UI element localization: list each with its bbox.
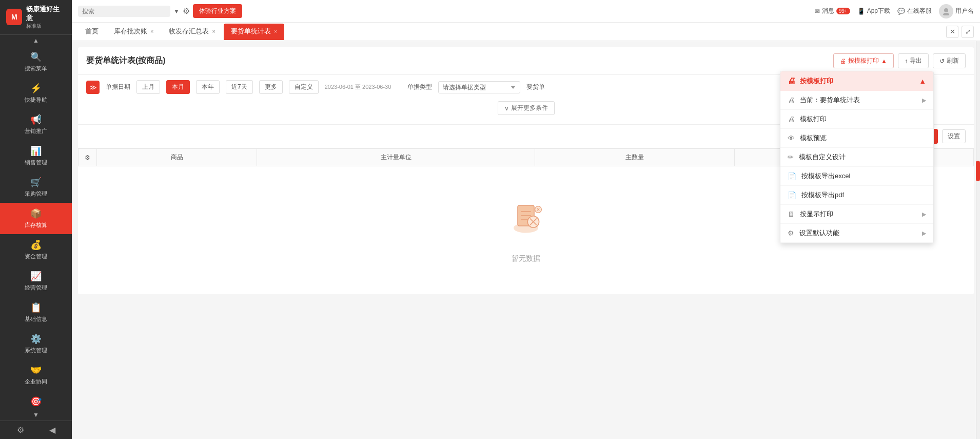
svg-point-0 [944, 8, 948, 12]
sidebar-nav: 🔍 搜索菜单 ⚡ 快捷导航 📢 营销推广 📊 销售管理 🛒 采购管理 📦 库存核… [0, 46, 72, 409]
dropdown-item-template-excel[interactable]: 📄 按模板导出excel [780, 167, 933, 186]
scrollbar-right[interactable] [976, 41, 980, 439]
print-btn[interactable]: 🖨 按模板打印 ▲ [833, 53, 894, 68]
tab-home[interactable]: 首页 [78, 24, 106, 40]
sidebar-label-finance: 资金管理 [25, 253, 47, 260]
sidebar-item-marketing[interactable]: 📢 营销推广 [0, 109, 72, 140]
dropdown-header[interactable]: 🖨 按模板打印 ▲ [780, 71, 933, 91]
sidebar-item-system[interactable]: ⚙️ 系统管理 [0, 328, 72, 359]
dropdown-header-label: 按模板打印 [800, 77, 833, 86]
svg-point-1 [943, 13, 949, 15]
sidebar-item-basic[interactable]: 📋 基础信息 [0, 297, 72, 328]
collab-icon: 🤝 [30, 365, 42, 376]
template-pdf-label: 按模板导出pdf [801, 190, 844, 200]
dropdown-item-template-pdf[interactable]: 📄 按模板导出pdf [780, 186, 933, 205]
trial-btn[interactable]: 体验行业方案 [193, 4, 242, 18]
sidebar-scroll-up[interactable]: ▲ [0, 35, 72, 46]
online-service-btn[interactable]: 💬 在线客服 [897, 7, 932, 15]
sidebar-item-collab[interactable]: 🤝 企业协同 [0, 359, 72, 391]
template-excel-icon: 📄 [788, 172, 796, 180]
basic-icon: 📋 [30, 302, 42, 313]
dropdown-current-item[interactable]: 🖨 当前：要货单统计表 ▶ [780, 91, 933, 110]
export-btn[interactable]: ↑ 导出 [898, 53, 929, 68]
breadcrumb-search-input[interactable] [78, 6, 170, 17]
quicknav-icon: ⚡ [30, 83, 42, 94]
date-btn-this-year[interactable]: 本年 [196, 80, 220, 94]
print-dropdown-menu: 🖨 按模板打印 ▲ 🖨 当前：要货单统计表 ▶ 🖨 模板打印 👁 模板预览 [780, 71, 934, 243]
sidebar-item-sales[interactable]: 📊 销售管理 [0, 140, 72, 171]
dropdown-print-icon: 🖨 [788, 77, 796, 86]
col-goods: 商品 [97, 149, 257, 166]
export-btn-label: 导出 [910, 56, 922, 65]
date-btn-custom[interactable]: 自定义 [289, 80, 319, 94]
sidebar-item-guide[interactable]: 🎯 新手引导 [0, 391, 72, 409]
expand-more-btn[interactable]: ∨ 展开更多条件 [498, 101, 555, 115]
sidebar-item-inventory[interactable]: 📦 库存核算 [0, 203, 72, 234]
template-pdf-icon: 📄 [788, 191, 796, 199]
sidebar-audio-btn[interactable]: ◀ [49, 425, 55, 435]
logo-main-text: 畅康通好生意 [26, 5, 66, 23]
date-btn-this-month[interactable]: 本月 [166, 80, 190, 94]
tab-close-requisition-stats[interactable]: × [274, 28, 277, 34]
sidebar-label-operation: 经营管理 [25, 284, 47, 292]
default-func-icon: ⚙ [788, 229, 794, 237]
service-icon: 💬 [897, 8, 905, 15]
sidebar-item-finance[interactable]: 💰 资金管理 [0, 234, 72, 265]
tab-label-requisition-stats: 要货单统计表 [231, 27, 271, 36]
tab-expand-btn[interactable]: ⤢ [962, 26, 974, 38]
search-icon: 🔍 [30, 51, 42, 63]
operation-icon: 📈 [30, 271, 42, 282]
guide-icon: 🎯 [30, 396, 42, 407]
page-title: 要货单统计表(按商品) [86, 55, 166, 66]
template-preview-label: 模板预览 [800, 133, 827, 143]
sidebar-settings-btn[interactable]: ⚙ [17, 425, 24, 435]
date-btn-7days[interactable]: 近7天 [226, 80, 253, 94]
template-print-label: 模板打印 [800, 114, 827, 124]
sidebar-item-quicknav[interactable]: ⚡ 快捷导航 [0, 78, 72, 109]
sidebar-logo: M 畅康通好生意 标准版 [0, 0, 72, 35]
messages-btn[interactable]: ✉ 消息 99+ [815, 7, 850, 15]
app-download-btn[interactable]: 📱 App下载 [857, 7, 890, 15]
dropdown-collapse-icon[interactable]: ▲ [919, 77, 926, 85]
col-settings[interactable]: ⚙ [79, 149, 97, 166]
user-avatar-area[interactable]: 用户名 [939, 4, 974, 18]
dropdown-default-func-group[interactable]: ⚙ 设置默认功能 ▶ [780, 224, 933, 243]
chevron-down-icon: ▼ [33, 411, 39, 418]
filter-expand-btn[interactable]: ≫ [86, 81, 100, 94]
display-print-chevron: ▶ [922, 211, 926, 218]
dropdown-display-print-group[interactable]: 🖥 按显示打印 ▶ [780, 205, 933, 224]
message-icon: ✉ [815, 8, 820, 15]
tab-close-inventory-batch[interactable]: × [150, 28, 153, 34]
tab-close-window-btn[interactable]: ✕ [946, 26, 958, 38]
dropdown-item-template-custom[interactable]: ✏ 模板自定义设计 [780, 148, 933, 167]
tab-collection-summary[interactable]: 收发存汇总表 × [162, 24, 222, 40]
tab-requisition-stats[interactable]: 要货单统计表 × [224, 24, 284, 40]
close-icon: ✕ [950, 28, 955, 35]
messages-label: 消息 [822, 7, 834, 15]
refresh-btn[interactable]: ↺ 刷新 [933, 53, 966, 68]
topbar-gear-icon[interactable]: ⚙ [183, 6, 190, 16]
app-icon: 📱 [857, 8, 865, 15]
sidebar-item-search[interactable]: 🔍 搜索菜单 [0, 46, 72, 78]
breadcrumb-dropdown-icon[interactable]: ▼ [173, 8, 180, 15]
type-filter-select[interactable]: 请选择单据类型 [438, 81, 520, 93]
finance-icon: 💰 [30, 239, 42, 251]
sidebar-scroll-down[interactable]: ▼ [0, 409, 72, 421]
date-btn-more[interactable]: 更多 [259, 80, 283, 94]
sidebar-item-operation[interactable]: 📈 经营管理 [0, 265, 72, 297]
sidebar-label-search: 搜索菜单 [25, 65, 47, 72]
print-chevron-up-icon: ▲ [881, 58, 887, 65]
print-btn-label: 按模板打印 [848, 56, 879, 65]
settings-btn[interactable]: 设置 [942, 129, 966, 143]
sidebar-bottom: ⚙ ◀ [0, 421, 72, 439]
dropdown-item-template-print[interactable]: 🖨 模板打印 [780, 110, 933, 129]
tab-close-collection-summary[interactable]: × [212, 28, 215, 34]
sidebar-label-marketing: 营销推广 [25, 127, 47, 135]
dropdown-item-template-preview[interactable]: 👁 模板预览 [780, 129, 933, 148]
tab-controls: ✕ ⤢ [946, 26, 974, 38]
tab-inventory-batch[interactable]: 库存批次账 × [107, 24, 161, 40]
avatar [939, 4, 953, 18]
date-btn-last-month[interactable]: 上月 [136, 80, 160, 94]
sidebar-label-inventory: 库存核算 [25, 221, 47, 229]
sidebar-item-purchase[interactable]: 🛒 采购管理 [0, 171, 72, 203]
